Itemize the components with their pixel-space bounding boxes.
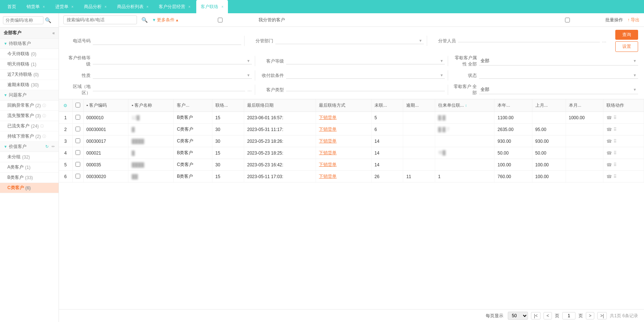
action-phone-icon[interactable]: ☎ [606, 162, 612, 167]
sidebar-group-value[interactable]: ▼ 价值客户 ↻ ✏ [0, 142, 59, 152]
sidebar-item-declining[interactable]: 持续下滑客户 (2) ⓘ [0, 131, 59, 142]
cell-check[interactable] [72, 135, 83, 147]
page-number-input[interactable] [562, 312, 576, 319]
action-phone-icon[interactable]: ☎ [606, 127, 612, 132]
filter-customer-level-select[interactable]: ▼ [286, 58, 445, 64]
export-btn[interactable]: ↑ 导出 [627, 17, 640, 23]
sidebar-item-lost[interactable]: 已流失客户 (24) ⓘ [0, 121, 59, 131]
filter-manager-more[interactable]: … [602, 38, 606, 43]
sidebar-item-lostwarning[interactable]: 流失预警客户 (3) ⓘ [0, 111, 59, 121]
contact-method-link[interactable]: 下销货单 [319, 174, 337, 179]
prev-page-btn[interactable]: < [543, 312, 552, 319]
contact-method-link[interactable]: 下销货单 [319, 127, 337, 132]
my-customers-check[interactable] [183, 18, 257, 22]
sidebar-item-7days[interactable]: 近7天待联络 (0) [0, 70, 59, 80]
action-phone-icon[interactable]: ☎ [606, 174, 612, 179]
filter-price-level-select[interactable]: ▼ [93, 58, 252, 64]
select-all-checkbox[interactable] [75, 103, 80, 107]
filter-phone-input[interactable] [93, 37, 241, 45]
query-button[interactable]: 查询 [615, 30, 638, 40]
my-customers-checkbox[interactable]: 我分管的客户 [183, 17, 285, 23]
th-biz-unit[interactable]: 往来单位联... ↕ [435, 99, 495, 112]
sidebar-item-overdue[interactable]: 逾期未联络 (30) [0, 80, 59, 90]
sidebar-item-ungroup[interactable]: 未分组 (32) [0, 152, 59, 162]
contact-method-link[interactable]: 下销货单 [319, 162, 337, 167]
action-more-icon[interactable]: ⠿ [613, 127, 617, 132]
nav-product-list-close[interactable]: × [147, 5, 149, 9]
filter-region-select[interactable] [93, 89, 245, 91]
sidebar-search-input[interactable] [3, 16, 43, 24]
cell-check[interactable] [72, 159, 83, 171]
per-page-select[interactable]: 50 100 200 [508, 312, 528, 320]
sidebar-item-typeC[interactable]: C类客户 (6) [0, 183, 59, 193]
action-more-icon[interactable]: ⠿ [613, 115, 617, 120]
last-page-btn[interactable]: >| [597, 312, 607, 319]
contact-method-link[interactable]: 下销货单 [319, 115, 337, 120]
sidebar-group-problem[interactable]: ▼ 问题客户 [0, 90, 59, 100]
nav-product-analysis-close[interactable]: × [105, 5, 107, 9]
nav-customer-segment-close[interactable]: × [188, 5, 190, 9]
cell-check[interactable] [72, 147, 83, 159]
nav-home[interactable]: 首页 [3, 0, 21, 13]
value-group-edit[interactable]: ✏ [52, 144, 55, 149]
next-page-btn[interactable]: > [586, 312, 594, 319]
cell-last-method[interactable]: 下销货单 [316, 124, 372, 135]
nav-purchaseorder[interactable]: 进货单 × [51, 0, 78, 13]
first-page-btn[interactable]: |< [531, 312, 541, 319]
sidebar-item-tomorrow[interactable]: 明天待联络 (1) [0, 59, 59, 70]
nav-purchaseorder-close[interactable]: × [71, 5, 74, 9]
nav-product-analysis[interactable]: 商品分析 × [80, 0, 111, 13]
action-phone-icon[interactable]: ☎ [606, 151, 612, 156]
row-checkbox[interactable] [75, 127, 80, 131]
action-more-icon[interactable]: ⠿ [613, 151, 617, 156]
filter-manager-select[interactable] [458, 40, 600, 42]
action-phone-icon[interactable]: ☎ [606, 139, 612, 144]
filter-dept-select[interactable]: ▼ [275, 38, 424, 44]
sidebar-item-typeA[interactable]: A类客户 (1) [0, 162, 59, 173]
more-conditions-btn[interactable]: ▼ 更多条件 ▲ [152, 17, 179, 23]
batch-checkbox[interactable] [531, 18, 604, 22]
row-checkbox[interactable] [75, 138, 80, 143]
main-search-icon[interactable]: 🔍 [141, 17, 148, 23]
filter-region-more[interactable]: … [247, 87, 252, 92]
batch-op-btn[interactable]: 批量操作 [531, 17, 623, 23]
sidebar-search-icon[interactable]: 🔍 [45, 17, 51, 23]
sidebar-group-pending[interactable]: ▼ 待联络客户 [0, 39, 59, 49]
cell-last-method[interactable]: 下销货单 [316, 135, 372, 147]
th-name[interactable]: ▪ 客户名称 [129, 99, 174, 112]
row-checkbox[interactable] [75, 174, 80, 178]
sidebar-item-typeB[interactable]: B类客户 (33) [0, 173, 59, 183]
nav-customer-segment[interactable]: 客户分层经营 × [154, 0, 195, 13]
filter-status-select[interactable]: ▼ [479, 72, 638, 79]
action-phone-icon[interactable]: ☎ [606, 115, 612, 120]
filter-nature-select[interactable]: ▼ [93, 72, 252, 79]
cell-last-method[interactable]: 下销货单 [316, 112, 372, 124]
cell-check[interactable] [72, 171, 83, 183]
main-search-input[interactable] [63, 15, 137, 24]
nav-customer-contact[interactable]: 客户联络 × [196, 0, 228, 13]
settings-button[interactable]: 设置 [615, 41, 638, 52]
action-more-icon[interactable]: ⠿ [613, 139, 617, 144]
row-checkbox[interactable] [75, 162, 80, 167]
gear-icon[interactable]: ⚙ [63, 103, 67, 108]
row-checkbox[interactable] [75, 150, 80, 155]
action-more-icon[interactable]: ⠿ [613, 162, 617, 167]
filter-retail-select[interactable]: 全部 ▼ [479, 85, 638, 94]
sidebar-all-customers[interactable]: 全部客户 « [0, 28, 59, 39]
row-checkbox[interactable] [75, 115, 80, 120]
nav-salesorder-close[interactable]: × [43, 5, 45, 9]
sidebar-item-today[interactable]: 今天待联络 (0) [0, 49, 59, 59]
filter-retail-attr-select[interactable]: 全部 ▼ [479, 57, 638, 66]
cell-last-method[interactable]: 下销货单 [316, 147, 372, 159]
filter-customer-type-select[interactable] [286, 89, 445, 91]
nav-salesorder[interactable]: 销货单 × [22, 0, 49, 13]
cell-check[interactable] [72, 124, 83, 135]
cell-last-method[interactable]: 下销货单 [316, 159, 372, 171]
cell-last-method[interactable]: 下销货单 [316, 171, 372, 183]
th-code[interactable]: ▪ 客户编码 [83, 99, 129, 112]
nav-product-list[interactable]: 商品分析列表 × [113, 0, 153, 13]
cell-check[interactable] [72, 112, 83, 124]
nav-customer-contact-close[interactable]: × [221, 5, 224, 9]
sidebar-item-repurchase[interactable]: 回购异常客户 (2) ⓘ [0, 100, 59, 111]
filter-payment-select[interactable]: ▼ [286, 72, 445, 79]
